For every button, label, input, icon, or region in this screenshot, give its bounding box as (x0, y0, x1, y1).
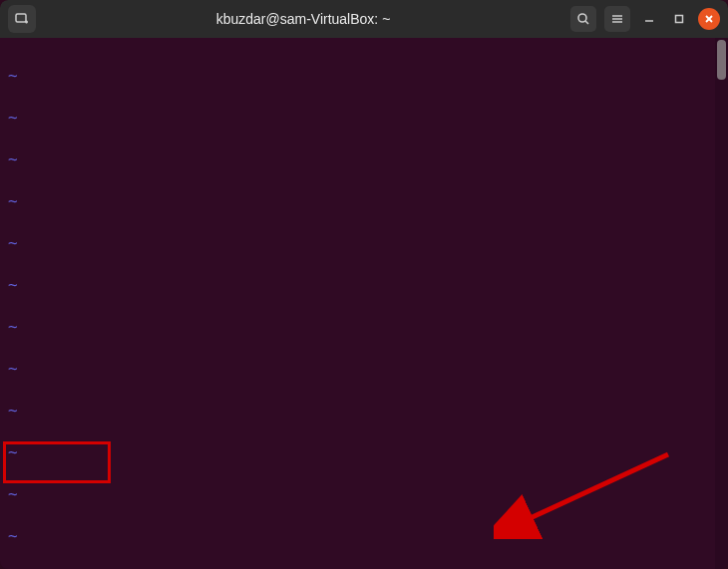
terminal[interactable]: ~ ~ ~ ~ ~ ~ ~ ~ ~ ~ ~ ~ ~ ~ ~ ~ ~ ~ ~ ~ … (0, 38, 728, 569)
maximize-button[interactable] (668, 8, 690, 30)
vim-tilde: ~ (8, 441, 720, 462)
close-button[interactable] (698, 8, 720, 30)
maximize-icon (674, 14, 684, 24)
vim-tilde: ~ (8, 274, 720, 295)
search-icon (576, 12, 590, 26)
vim-tilde: ~ (8, 358, 720, 379)
svg-rect-9 (676, 16, 683, 23)
vim-tilde: ~ (8, 148, 720, 169)
new-tab-button[interactable] (8, 5, 36, 33)
vim-tilde: ~ (8, 232, 720, 253)
svg-point-3 (578, 14, 586, 22)
search-button[interactable] (570, 6, 596, 32)
scroll-thumb[interactable] (717, 40, 726, 80)
window-title: kbuzdar@sam-VirtualBox: ~ (36, 11, 570, 27)
minimize-icon (644, 14, 654, 24)
vim-tilde: ~ (8, 316, 720, 337)
hamburger-icon (610, 12, 624, 26)
titlebar: kbuzdar@sam-VirtualBox: ~ (0, 0, 728, 38)
vim-tilde: ~ (8, 525, 720, 546)
vim-tilde: ~ (8, 65, 720, 86)
svg-rect-0 (16, 14, 26, 22)
vim-tilde: ~ (8, 483, 720, 504)
menu-button[interactable] (604, 6, 630, 32)
titlebar-left (8, 5, 36, 33)
minimize-button[interactable] (638, 8, 660, 30)
titlebar-right (570, 6, 720, 32)
close-icon (704, 14, 714, 24)
new-tab-icon (14, 11, 30, 27)
scrollbar[interactable] (715, 38, 728, 569)
svg-line-4 (585, 21, 588, 24)
vim-tilde: ~ (8, 107, 720, 128)
vim-tilde: ~ (8, 190, 720, 211)
vim-tilde: ~ (8, 400, 720, 421)
